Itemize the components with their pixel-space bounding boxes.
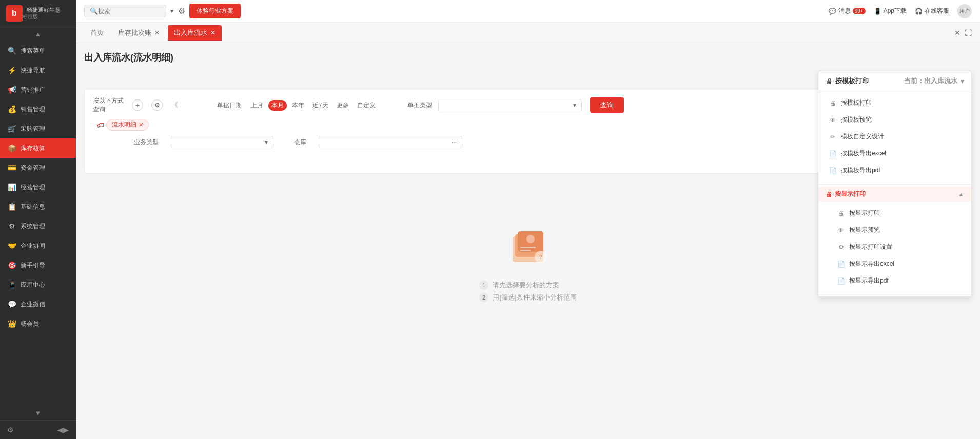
nav-label-wechat: 企业微信 <box>21 300 45 309</box>
settings-gear-icon[interactable]: ⚙ <box>178 6 185 16</box>
display-print-settings-item[interactable]: ⚙ 按显示打印设置 <box>818 238 971 255</box>
nav-icon-sales: 💰 <box>7 105 16 114</box>
nav-icon-basic-info: 📋 <box>7 202 16 211</box>
nav-label-finance: 资金管理 <box>21 164 45 172</box>
query-btn[interactable]: 查询 <box>590 97 624 113</box>
filter-settings-btn[interactable]: ⚙ <box>151 99 163 111</box>
template-export-excel-item[interactable]: 📄 按模板导出excel <box>818 145 971 162</box>
step-2-text: 用[筛选]条件来缩小分析范围 <box>493 293 576 302</box>
tab-close-all[interactable]: ✕ <box>954 29 961 37</box>
message-btn[interactable]: 💬 消息 99+ <box>829 7 866 15</box>
date-custom[interactable]: 自定义 <box>354 100 379 111</box>
display-print-section-label: 按显示打印 <box>835 190 866 198</box>
bill-type-dropdown-icon: ▾ <box>573 102 576 109</box>
nav-scroll-up[interactable]: ▲ <box>0 27 76 41</box>
empty-step-1: 1 请先选择要分析的方案 <box>479 281 576 290</box>
warehouse-select[interactable]: ··· <box>319 136 462 148</box>
display-preview-item[interactable]: 👁 按显示预览 <box>818 222 971 238</box>
tab-close-batch[interactable]: ✕ <box>154 29 160 36</box>
user-avatar[interactable]: 用户 <box>957 4 972 18</box>
dropdown-title-text: 按模板打印 <box>835 76 869 86</box>
filter-tag-close[interactable]: ✕ <box>139 122 143 128</box>
message-icon: 💬 <box>829 8 836 15</box>
sidebar-item-enterprise[interactable]: 🤝 企业协同 <box>0 236 76 255</box>
template-section: 🖨 按模板打印 👁 按模板预览 ✏ 模板自定义设计 <box>818 91 971 182</box>
sidebar-item-purchase[interactable]: 🛒 采购管理 <box>0 119 76 138</box>
display-print-item[interactable]: 🖨 按显示打印 <box>818 205 971 222</box>
tab-flow[interactable]: 出入库流水✕ <box>168 25 222 41</box>
nav-scroll-down[interactable]: ▼ <box>0 406 76 420</box>
sidebar-item-members[interactable]: 👑 畅会员 <box>0 314 76 333</box>
display-export-excel-item[interactable]: 📄 按显示导出excel <box>818 255 971 272</box>
sidebar-item-guide[interactable]: 🎯 新手引导 <box>0 255 76 275</box>
logo-icon: b <box>6 5 23 22</box>
biz-type-select[interactable]: ▾ <box>171 136 273 148</box>
tab-close-flow[interactable]: ✕ <box>210 29 215 36</box>
template-print-dropdown: 🖨 按模板打印 当前：出入库流水 ▾ 🖨 按 <box>818 71 972 297</box>
bill-type-select[interactable]: ▾ <box>438 99 582 111</box>
template-preview-item[interactable]: 👁 按模板预览 <box>818 111 971 128</box>
tab-maximize-btn[interactable]: ⛶ <box>965 29 972 37</box>
step-num-1: 1 <box>479 281 488 290</box>
sidebar-item-marketing[interactable]: 📢 营销推广 <box>0 80 76 99</box>
sidebar-item-sales[interactable]: 💰 销售管理 <box>0 99 76 119</box>
sidebar-settings-icon[interactable]: ⚙ <box>7 426 14 434</box>
nav-label-sales: 销售管理 <box>21 105 45 114</box>
dropdown-title: 🖨 按模板打印 <box>826 76 869 86</box>
pdf-icon: 📄 <box>829 167 837 175</box>
sidebar-item-operations[interactable]: 📊 经营管理 <box>0 177 76 197</box>
top-search-box[interactable]: 🔍 <box>84 5 166 17</box>
nav-icon-members: 👑 <box>7 319 16 328</box>
app-download-btn[interactable]: 📱 App下载 <box>874 7 907 15</box>
date-this-month[interactable]: 本月 <box>268 100 287 111</box>
filter-tag[interactable]: 流水明细 ✕ <box>106 119 149 131</box>
date-last-month[interactable]: 上月 <box>248 100 266 111</box>
sidebar-item-wechat[interactable]: 💬 企业微信 <box>0 294 76 314</box>
bill-type-label: 单据类型 <box>407 101 432 110</box>
trial-btn[interactable]: 体验行业方案 <box>189 4 241 18</box>
template-print-item-label: 按模板打印 <box>841 98 963 107</box>
nav-label-basic-info: 基础信息 <box>21 203 45 211</box>
template-export-pdf-item[interactable]: 📄 按模板导出pdf <box>818 162 971 179</box>
message-label: 消息 <box>838 7 851 15</box>
template-customize-item[interactable]: ✏ 模板自定义设计 <box>818 128 971 145</box>
nav-icon-marketing: 📢 <box>7 85 16 94</box>
page-title: 出入库流水(流水明细) <box>84 51 972 64</box>
display-preview-icon: 👁 <box>837 226 845 234</box>
date-more[interactable]: 更多 <box>334 100 352 111</box>
nav-label-operations: 经营管理 <box>21 183 45 192</box>
dropdown-sep <box>818 184 971 185</box>
display-print-section-header[interactable]: 🖨 按显示打印 ▲ <box>818 187 971 202</box>
online-service-btn[interactable]: 🎧 在线客服 <box>915 7 949 15</box>
display-export-pdf-item[interactable]: 📄 按显示导出pdf <box>818 272 971 289</box>
sidebar-item-search[interactable]: 🔍 搜索菜单 <box>0 41 76 61</box>
top-bar-right: 💬 消息 99+ 📱 App下载 🎧 在线客服 用户 <box>829 4 972 18</box>
tab-label-batch: 库存批次账 <box>118 28 151 37</box>
nav-icon-app-center: 📱 <box>7 280 16 289</box>
nav-icon-enterprise: 🤝 <box>7 241 16 250</box>
sidebar-item-system[interactable]: ⚙ 系统管理 <box>0 216 76 236</box>
nav-icon-quick-nav: ⚡ <box>7 66 16 75</box>
date-last7[interactable]: 近7天 <box>309 100 331 111</box>
filter-add-btn[interactable]: + <box>132 99 143 111</box>
sidebar-item-finance[interactable]: 💳 资金管理 <box>0 158 76 177</box>
biz-type-dropdown-icon: ▾ <box>265 138 268 146</box>
nav-icon-finance: 💳 <box>7 163 16 172</box>
display-pdf-icon: 📄 <box>837 277 845 285</box>
tab-batch[interactable]: 库存批次账✕ <box>112 25 166 41</box>
sidebar-item-quick-nav[interactable]: ⚡ 快捷导航 <box>0 61 76 80</box>
search-dropdown-icon[interactable]: ▾ <box>170 7 174 15</box>
step-num-2: 2 <box>479 293 488 302</box>
tab-home[interactable]: 首页 <box>84 25 110 41</box>
template-export-pdf-label: 按模板导出pdf <box>841 166 963 175</box>
search-input[interactable] <box>98 8 161 15</box>
online-service-label: 在线客服 <box>925 7 949 15</box>
sidebar-expand-icon[interactable]: ◀▶ <box>57 426 69 434</box>
template-print-item[interactable]: 🖨 按模板打印 <box>818 94 971 111</box>
sidebar-item-inventory[interactable]: 📦 库存核算 <box>0 138 76 158</box>
filter-collapse-icon[interactable]: 《 <box>171 101 178 110</box>
dropdown-header-right: 当前：出入库流水 ▾ <box>904 76 964 86</box>
date-this-year[interactable]: 本年 <box>289 100 307 111</box>
sidebar-item-app-center[interactable]: 📱 应用中心 <box>0 275 76 294</box>
sidebar-item-basic-info[interactable]: 📋 基础信息 <box>0 197 76 216</box>
